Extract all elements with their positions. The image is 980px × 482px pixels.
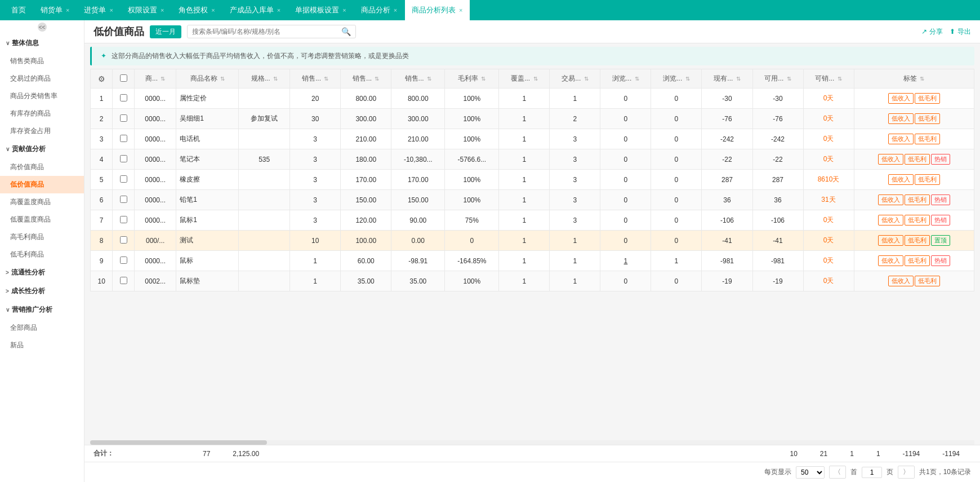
next-page-btn[interactable]: 〉	[898, 466, 915, 479]
sidebar-item-0-3[interactable]: 有库存的商品	[0, 105, 84, 122]
nav-tab-商品分析[interactable]: 商品分析×	[354, 0, 404, 20]
row-select-checkbox[interactable]	[120, 114, 127, 122]
close-icon[interactable]: ×	[161, 7, 164, 14]
row-checkbox[interactable]	[113, 210, 135, 231]
close-icon[interactable]: ×	[459, 7, 462, 14]
row-checkbox[interactable]	[113, 231, 135, 251]
export-icon: ⬆	[950, 28, 955, 36]
col-current[interactable]: 现有... ⇅	[702, 69, 752, 89]
row-select-checkbox[interactable]	[120, 175, 127, 183]
row-select-checkbox[interactable]	[120, 155, 127, 162]
nav-tab-单据模板设置[interactable]: 单据模板设置×	[288, 0, 353, 20]
row-checkbox[interactable]	[113, 109, 135, 129]
sidebar-item-0-2[interactable]: 商品分类销售率	[0, 87, 84, 105]
col-sale-cost[interactable]: 销售... ⇅	[391, 69, 445, 89]
sidebar-item-1-3[interactable]: 低覆盖度商品	[0, 211, 84, 228]
sidebar-group-1[interactable]: ∨贡献值分析	[0, 140, 84, 158]
nav-tab-产成品入库单[interactable]: 产成品入库单×	[223, 0, 287, 20]
search-input[interactable]	[192, 25, 341, 38]
nav-tab-进货单[interactable]: 进货单×	[77, 0, 119, 20]
group-arrow-2: >	[6, 269, 9, 276]
filter-button[interactable]: 近一月	[150, 25, 181, 38]
nav-tab-权限设置[interactable]: 权限设置×	[121, 0, 171, 20]
search-icon[interactable]: 🔍	[341, 27, 351, 36]
sidebar-item-4-1[interactable]: 新品	[0, 337, 84, 354]
col-sale-amount[interactable]: 销售... ⇅	[341, 69, 391, 89]
row-spec	[239, 271, 290, 291]
close-icon[interactable]: ×	[211, 7, 215, 14]
row-select-checkbox[interactable]	[120, 236, 127, 244]
nav-tab-首页[interactable]: 首页	[5, 0, 33, 20]
sidebar-group-4[interactable]: ∨营销推广分析	[0, 300, 84, 319]
col-saleable[interactable]: 可销... ⇅	[803, 69, 854, 89]
share-button[interactable]: ↗ 分享	[921, 27, 943, 37]
close-icon[interactable]: ×	[342, 7, 346, 14]
row-select-checkbox[interactable]	[120, 94, 127, 101]
settings-col-header[interactable]: ⚙	[91, 69, 113, 89]
row-view1[interactable]: 1	[600, 251, 651, 271]
row-checkbox[interactable]	[113, 251, 135, 271]
sidebar-item-1-2[interactable]: 高覆盖度商品	[0, 193, 84, 211]
row-select-checkbox[interactable]	[120, 196, 127, 203]
sidebar-item-1-4[interactable]: 高毛利商品	[0, 228, 84, 246]
row-checkbox[interactable]	[113, 89, 135, 109]
nav-tab-角色授权[interactable]: 角色授权×	[172, 0, 221, 20]
col-tags[interactable]: 标签 ⇅	[854, 69, 974, 89]
sidebar-item-0-4[interactable]: 库存资金占用	[0, 122, 84, 140]
col-trade[interactable]: 交易... ⇅	[550, 69, 600, 89]
checkbox-col-header[interactable]	[113, 69, 135, 89]
nav-tab-销货单[interactable]: 销货单×	[34, 0, 76, 20]
row-checkbox[interactable]	[113, 170, 135, 190]
col-view2[interactable]: 浏览... ⇅	[651, 69, 702, 89]
current-page-input[interactable]	[862, 467, 882, 478]
footer-view1: 1	[839, 450, 865, 458]
col-spec[interactable]: 规格... ⇅	[239, 69, 290, 89]
row-tags: 低收入低毛利	[854, 129, 974, 149]
sidebar-group-2[interactable]: >流通性分析	[0, 263, 84, 282]
sidebar-group-0[interactable]: ∨整体信息	[0, 34, 84, 52]
horizontal-scrollbar[interactable]	[90, 440, 974, 445]
export-button[interactable]: ⬆ 导出	[950, 27, 971, 37]
col-view1[interactable]: 浏览... ⇅	[600, 69, 651, 89]
sidebar-item-1-0[interactable]: 高价值商品	[0, 158, 84, 176]
col-sale-qty[interactable]: 销售... ⇅	[290, 69, 341, 89]
tag-热销: 热销	[931, 194, 950, 205]
row-select-checkbox[interactable]	[120, 277, 127, 284]
row-checkbox[interactable]	[113, 149, 135, 170]
row-select-checkbox[interactable]	[120, 257, 127, 264]
sidebar-item-1-1[interactable]: 低价值商品	[0, 176, 84, 193]
sidebar-item-0-0[interactable]: 销售类商品	[0, 52, 84, 70]
row-checkbox[interactable]	[113, 271, 135, 291]
col-margin[interactable]: 毛利率 ⇅	[445, 69, 499, 89]
col-available[interactable]: 可用... ⇅	[752, 69, 803, 89]
row-checkbox[interactable]	[113, 129, 135, 149]
first-page-btn[interactable]: 〈	[829, 466, 846, 479]
per-page-select[interactable]: 50 100 200	[796, 466, 825, 479]
scrollbar-thumb[interactable]	[90, 440, 267, 445]
col-code[interactable]: 商... ⇅	[135, 69, 176, 89]
tag-热销: 热销	[931, 215, 950, 225]
view1-value[interactable]: 1	[624, 257, 628, 265]
close-icon[interactable]: ×	[394, 7, 397, 14]
nav-tab-商品分析列表[interactable]: 商品分析列表×	[405, 0, 469, 20]
close-icon[interactable]: ×	[277, 7, 280, 14]
sidebar-group-3[interactable]: >成长性分析	[0, 282, 84, 300]
sidebar-item-0-1[interactable]: 交易过的商品	[0, 70, 84, 87]
row-checkbox[interactable]	[113, 190, 135, 210]
close-icon[interactable]: ×	[109, 7, 113, 14]
row-select-checkbox[interactable]	[120, 216, 127, 223]
tag-低收入: 低收入	[878, 255, 903, 266]
settings-icon[interactable]: ⚙	[98, 74, 105, 83]
row-sale-qty: 3	[290, 170, 341, 190]
select-all-checkbox[interactable]	[120, 74, 127, 82]
sidebar-item-4-0[interactable]: 全部商品	[0, 319, 84, 337]
col-coverage[interactable]: 覆盖... ⇅	[499, 69, 550, 89]
row-view2: 0	[651, 109, 702, 129]
close-icon[interactable]: ×	[66, 7, 69, 14]
sidebar-item-1-5[interactable]: 低毛利商品	[0, 246, 84, 263]
sidebar-collapse-btn[interactable]: <<	[38, 23, 47, 32]
row-margin: 100%	[445, 271, 499, 291]
footer-view2: 1	[865, 450, 892, 458]
row-select-checkbox[interactable]	[120, 135, 127, 142]
col-name[interactable]: 商品名称 ⇅	[176, 69, 239, 89]
